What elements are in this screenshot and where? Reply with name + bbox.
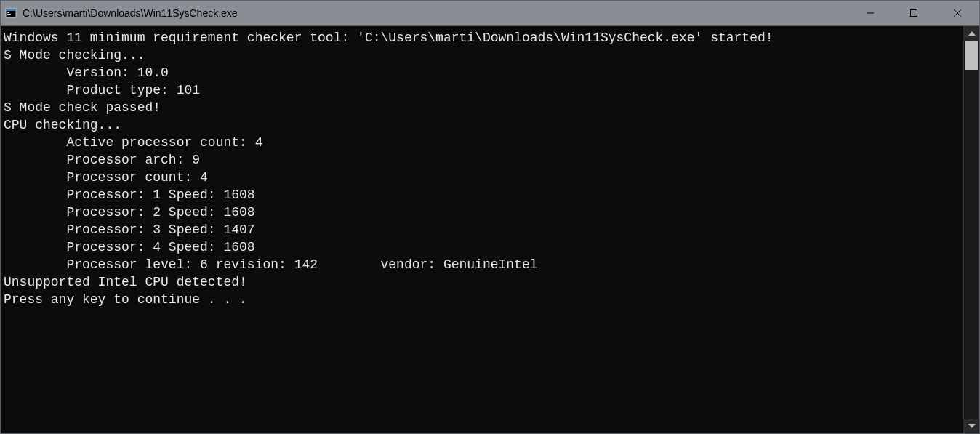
svg-rect-5 [911, 10, 917, 17]
console-line: Processor: 1 Speed: 1608 [4, 186, 963, 204]
window-body: Windows 11 minimum requirement checker t… [1, 25, 979, 433]
console-line: Processor count: 4 [4, 169, 963, 186]
svg-marker-8 [968, 31, 976, 36]
svg-rect-3 [7, 14, 11, 15]
console-line: CPU checking... [4, 116, 963, 134]
scroll-up-arrow-icon[interactable] [964, 26, 979, 41]
window-title: C:\Users\marti\Downloads\Win11SysCheck.e… [23, 7, 848, 19]
console-line: Windows 11 minimum requirement checker t… [4, 29, 963, 47]
console-line: Unsupported Intel CPU detected! [4, 273, 963, 291]
maximize-button[interactable] [892, 1, 936, 25]
close-button[interactable] [936, 1, 979, 25]
svg-rect-2 [7, 12, 9, 13]
console-line: Processor: 3 Speed: 1407 [4, 221, 963, 238]
console-line: Product type: 101 [4, 81, 963, 99]
console-line: Press any key to continue . . . [4, 291, 963, 308]
console-window: C:\Users\marti\Downloads\Win11SysCheck.e… [0, 0, 980, 434]
window-controls [848, 1, 979, 25]
console-line: Processor arch: 9 [4, 151, 963, 169]
console-line: Processor level: 6 revision: 142 vendor:… [4, 256, 963, 273]
console-line: Active processor count: 4 [4, 134, 963, 151]
vertical-scrollbar[interactable] [963, 26, 979, 433]
scrollbar-track[interactable] [964, 41, 979, 419]
titlebar[interactable]: C:\Users\marti\Downloads\Win11SysCheck.e… [1, 1, 979, 25]
scrollbar-thumb[interactable] [965, 41, 978, 70]
console-output[interactable]: Windows 11 minimum requirement checker t… [1, 26, 963, 433]
console-line: Processor: 4 Speed: 1608 [4, 238, 963, 256]
console-line: S Mode checking... [4, 47, 963, 64]
app-icon [5, 7, 17, 19]
console-line: S Mode check passed! [4, 99, 963, 116]
console-line: Version: 10.0 [4, 64, 963, 81]
scroll-down-arrow-icon[interactable] [964, 419, 979, 433]
console-line: Processor: 2 Speed: 1608 [4, 204, 963, 221]
svg-marker-9 [968, 424, 976, 428]
minimize-button[interactable] [848, 1, 892, 25]
svg-rect-1 [6, 9, 16, 11]
